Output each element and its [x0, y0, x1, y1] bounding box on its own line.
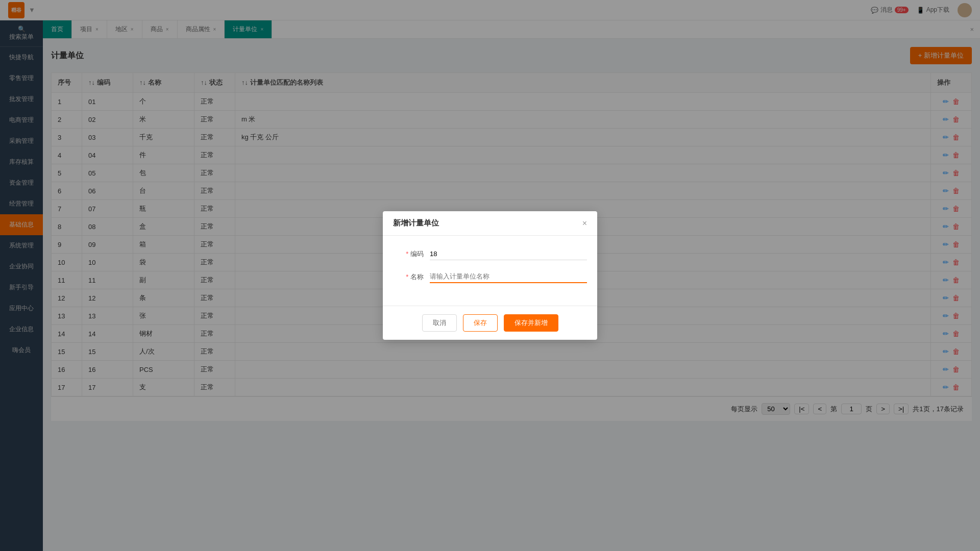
cancel-button[interactable]: 取消 [422, 314, 457, 332]
modal-title: 新增计量单位 [393, 218, 439, 228]
modal-overlay: 新增计量单位 × 编码 名称 取消 保存 保存并新增 [0, 0, 980, 551]
name-label: 名称 [393, 272, 424, 282]
code-input[interactable] [430, 248, 587, 260]
code-label: 编码 [393, 249, 424, 259]
save-button[interactable]: 保存 [463, 314, 498, 332]
name-input[interactable] [430, 270, 587, 283]
form-row-name: 名称 [393, 270, 587, 283]
modal-close-button[interactable]: × [582, 219, 587, 228]
add-unit-modal: 新增计量单位 × 编码 名称 取消 保存 保存并新增 [383, 211, 597, 340]
save-and-new-button[interactable]: 保存并新增 [504, 314, 558, 332]
form-row-code: 编码 [393, 248, 587, 260]
modal-header: 新增计量单位 × [383, 211, 597, 236]
modal-body: 编码 名称 [383, 236, 597, 306]
modal-footer: 取消 保存 保存并新增 [383, 306, 597, 340]
